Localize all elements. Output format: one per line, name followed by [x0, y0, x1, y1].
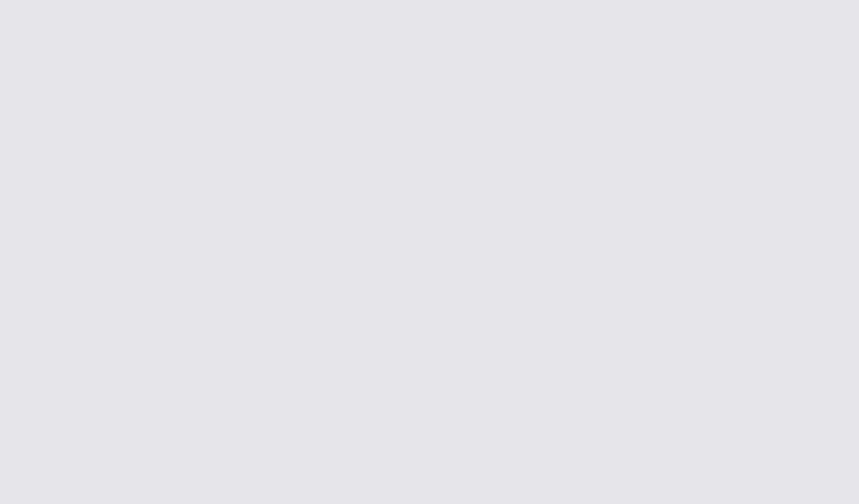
app-list-container	[178, 238, 681, 266]
